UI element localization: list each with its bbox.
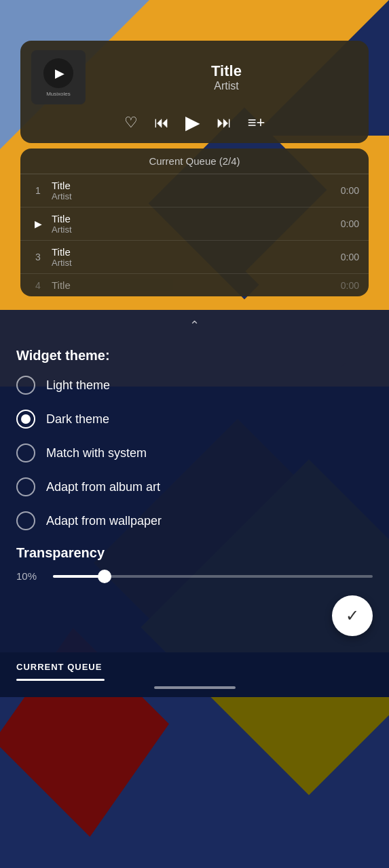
radio-circle-system bbox=[16, 443, 35, 462]
queue-item-info: Title bbox=[46, 279, 341, 291]
bottom-nav: CURRENT QUEUE bbox=[0, 652, 389, 697]
album-art: ▶ Musixoles bbox=[31, 50, 86, 104]
theme-option-wallpaper[interactable]: Adapt from wallpaper bbox=[16, 511, 373, 530]
main-content: ▶ Musixoles Title Artist ♡ ⏮ ▶ ⏭ ≡+ Curr… bbox=[0, 0, 389, 697]
widget-preview: ▶ Musixoles Title Artist ♡ ⏮ ▶ ⏭ ≡+ Curr… bbox=[0, 0, 389, 310]
queue-item-info: Title Artist bbox=[46, 180, 341, 201]
transparency-label: Transparency bbox=[16, 545, 373, 561]
chevron-up-icon: ⌃ bbox=[189, 318, 200, 333]
collapse-handle[interactable]: ⌃ bbox=[16, 310, 373, 341]
player-title: Title bbox=[95, 62, 358, 80]
player-widget: ▶ Musixoles Title Artist ♡ ⏮ ▶ ⏭ ≡+ bbox=[20, 41, 369, 143]
transparency-value: 10% bbox=[16, 570, 43, 582]
play-button[interactable]: ▶ bbox=[185, 111, 200, 134]
album-app-label: Musixoles bbox=[46, 91, 71, 97]
queue-item[interactable]: ▶ Title Artist 0:00 bbox=[20, 208, 369, 241]
player-info: Title Artist bbox=[95, 62, 358, 92]
queue-item-title: Title bbox=[52, 279, 341, 291]
transparency-slider[interactable] bbox=[53, 575, 373, 578]
queue-item-title: Title bbox=[52, 246, 341, 258]
theme-label-dark: Dark theme bbox=[46, 412, 109, 427]
nav-handle bbox=[16, 681, 373, 690]
slider-thumb[interactable] bbox=[98, 570, 111, 583]
queue-item-num: 4 bbox=[30, 280, 46, 291]
player-artist: Artist bbox=[95, 80, 358, 92]
queue-item-title: Title bbox=[52, 213, 341, 224]
theme-label-light: Light theme bbox=[46, 378, 110, 393]
theme-option-dark[interactable]: Dark theme bbox=[16, 410, 373, 429]
theme-label-album: Adapt from album art bbox=[46, 480, 160, 494]
widget-theme-label: Widget theme: bbox=[16, 348, 373, 363]
slider-fill bbox=[53, 575, 101, 578]
queue-item-duration: 0:00 bbox=[341, 185, 359, 196]
theme-option-album[interactable]: Adapt from album art bbox=[16, 477, 373, 496]
current-queue-label: CURRENT QUEUE bbox=[16, 662, 373, 672]
queue-playing-icon: ▶ bbox=[30, 218, 46, 229]
nav-bar bbox=[154, 686, 236, 689]
queue-item-title: Title bbox=[52, 180, 341, 191]
queue-item-artist: Artist bbox=[52, 191, 341, 201]
queue-item-info: Title Artist bbox=[46, 213, 341, 235]
theme-label-system: Match with system bbox=[46, 446, 147, 460]
queue-item-num: 3 bbox=[30, 252, 46, 262]
check-icon: ✓ bbox=[346, 606, 359, 625]
queue-item-duration: 0:00 bbox=[341, 252, 359, 262]
radio-circle-dark bbox=[16, 410, 35, 429]
queue-item-artist: Artist bbox=[52, 224, 341, 235]
play-icon-art: ▶ bbox=[55, 66, 64, 81]
queue-widget: Current Queue (2/4) 1 Title Artist 0:00 … bbox=[20, 149, 369, 296]
radio-circle-light bbox=[16, 376, 35, 395]
queue-item-duration: 0:00 bbox=[341, 280, 359, 291]
queue-item-artist: Artist bbox=[52, 258, 341, 268]
settings-panel: ⌃ Widget theme: Light theme Dark theme M… bbox=[0, 310, 389, 652]
queue-item[interactable]: 1 Title Artist 0:00 bbox=[20, 174, 369, 208]
radio-circle-album bbox=[16, 477, 35, 496]
confirm-fab[interactable]: ✓ bbox=[332, 595, 373, 636]
theme-label-wallpaper: Adapt from wallpaper bbox=[46, 514, 162, 528]
transparency-slider-row: 10% bbox=[16, 570, 373, 582]
queue-item-num: 1 bbox=[30, 185, 46, 196]
favorite-button[interactable]: ♡ bbox=[124, 114, 138, 132]
queue-item[interactable]: 3 Title Artist 0:00 bbox=[20, 241, 369, 274]
theme-option-system[interactable]: Match with system bbox=[16, 443, 373, 462]
queue-header: Current Queue (2/4) bbox=[20, 149, 369, 174]
theme-option-light[interactable]: Light theme bbox=[16, 376, 373, 395]
queue-item-duration: 0:00 bbox=[341, 218, 359, 229]
queue-item[interactable]: 4 Title 0:00 bbox=[20, 274, 369, 296]
radio-dot-dark bbox=[21, 414, 31, 424]
queue-item-info: Title Artist bbox=[46, 246, 341, 268]
add-queue-button[interactable]: ≡+ bbox=[248, 114, 265, 132]
transparency-section: Transparency 10% bbox=[16, 545, 373, 582]
player-controls: ♡ ⏮ ▶ ⏭ ≡+ bbox=[31, 111, 358, 134]
prev-button[interactable]: ⏮ bbox=[154, 114, 169, 132]
radio-circle-wallpaper bbox=[16, 511, 35, 530]
next-button[interactable]: ⏭ bbox=[217, 114, 231, 132]
